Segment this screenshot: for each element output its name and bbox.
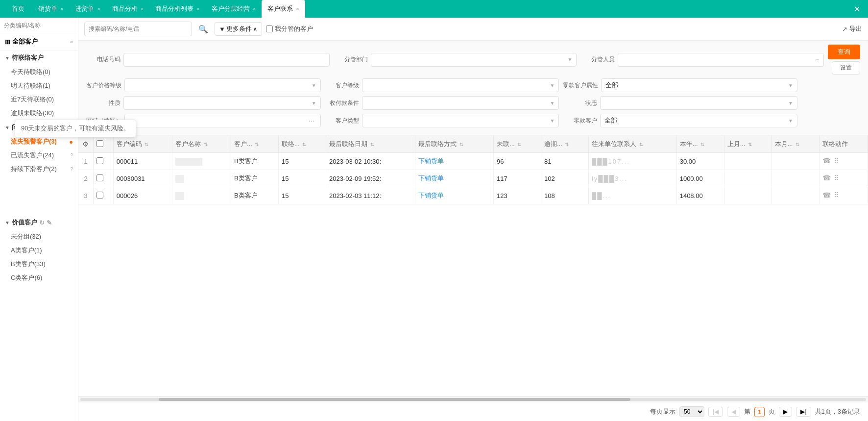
- query-button[interactable]: 查询: [828, 45, 860, 59]
- close-tab-analysis-list[interactable]: ×: [196, 6, 199, 12]
- sidebar-item-class-a[interactable]: A类客户(1): [0, 244, 78, 257]
- row-method[interactable]: 下销货单: [415, 187, 494, 204]
- table-row: 3 000026 ██ B类客户 15 2023-02-03 11:12: 下销…: [78, 187, 868, 204]
- action-more-icon[interactable]: ⠿: [834, 174, 839, 182]
- table-gear-icon[interactable]: ⚙: [82, 140, 89, 148]
- payment-select[interactable]: ▼: [362, 96, 559, 110]
- row-actions[interactable]: ☎ ⠿: [820, 170, 868, 186]
- row-actions[interactable]: ☎ ⠿: [820, 153, 868, 169]
- prev-page-button[interactable]: ◀: [727, 407, 740, 417]
- horizontal-scrollbar[interactable]: [78, 396, 868, 402]
- filter-settings-button[interactable]: 设置: [832, 61, 860, 74]
- customer-level-select[interactable]: ▼: [362, 78, 559, 92]
- col-unlink[interactable]: 未联... ⇅: [494, 136, 541, 153]
- tab-home[interactable]: 首页: [4, 0, 32, 18]
- last-page-button[interactable]: ▶|: [796, 407, 811, 417]
- tab-analysis-list[interactable]: 商品分析列表 ×: [149, 0, 205, 18]
- edit-icon[interactable]: ✎: [47, 219, 52, 226]
- sidebar-item-class-b[interactable]: B类客户(33): [0, 257, 78, 271]
- row-actions[interactable]: ☎ ⠿: [820, 187, 868, 203]
- close-tab-sales[interactable]: ×: [60, 6, 63, 12]
- export-button[interactable]: ↗ 导出: [842, 25, 862, 33]
- data-table: ⚙ 客户编码 ⇅ 客户名称 ⇅: [78, 136, 868, 204]
- tab-customer-contact[interactable]: 客户联系 ×: [262, 0, 305, 18]
- status-chevron-icon: ▼: [788, 100, 793, 106]
- close-tab-analysis[interactable]: ×: [141, 6, 144, 12]
- row-checkbox[interactable]: [93, 187, 113, 204]
- price-level-select[interactable]: ▼: [124, 78, 321, 92]
- first-page-button[interactable]: |◀: [708, 407, 723, 417]
- action-contact-icon[interactable]: ☎: [822, 191, 831, 199]
- category-search-input[interactable]: [4, 22, 77, 29]
- sidebar-item-lost[interactable]: 已流失客户(24) ?: [0, 149, 78, 162]
- action-buttons: 查询 设置: [828, 45, 860, 74]
- row-num: 3: [78, 187, 93, 204]
- col-type[interactable]: 客户... ⇅: [231, 136, 279, 153]
- close-tab-customer-contact[interactable]: ×: [296, 6, 299, 12]
- sidebar-item-unclassified[interactable]: 未分组(32): [0, 230, 78, 244]
- row-year: 1408.00: [676, 187, 724, 204]
- region-select[interactable]: ···: [124, 114, 321, 127]
- col-last-month[interactable]: 上月... ⇅: [724, 136, 772, 153]
- tab-sales[interactable]: 销货单 ×: [32, 0, 69, 18]
- filter-customer-type: 客户类型 ▼: [325, 114, 559, 127]
- row-checkbox[interactable]: [93, 170, 113, 187]
- tab-customer-layer[interactable]: 客户分层经营 ×: [206, 0, 262, 18]
- my-customers-checkbox-area[interactable]: 我分管的客户: [266, 25, 313, 33]
- sidebar-item-7days[interactable]: 近7天待联络(0): [0, 93, 78, 106]
- row-type: B类客户: [231, 170, 279, 187]
- table-checkbox-col[interactable]: [93, 136, 113, 153]
- action-contact-icon[interactable]: ☎: [822, 157, 831, 165]
- sidebar-item-overdue[interactable]: 逾期未联络(30): [0, 106, 78, 120]
- staff-select[interactable]: ···: [618, 53, 824, 67]
- sidebar-item-today[interactable]: 今天待联络(0): [0, 65, 78, 79]
- col-last-method[interactable]: 最后联络方式 ⇅: [415, 136, 494, 153]
- dept-select[interactable]: ▼: [371, 53, 577, 67]
- tab-purchase[interactable]: 进货单 ×: [69, 0, 106, 18]
- sidebar-item-tomorrow[interactable]: 明天待联络(1): [0, 79, 78, 93]
- phone-input[interactable]: [123, 53, 330, 67]
- group-pending-contact-header[interactable]: ▼ 待联络客户: [0, 50, 78, 65]
- main-search-input[interactable]: [84, 22, 192, 36]
- group-value-header[interactable]: ▼ 价值客户 ↻ ✎: [0, 215, 78, 230]
- row-type: B类客户: [231, 153, 279, 170]
- next-page-button[interactable]: ▶: [779, 407, 792, 417]
- filter-phone: 电话号码: [86, 53, 330, 67]
- row-method[interactable]: 下销货单: [415, 170, 494, 187]
- col-code[interactable]: 客户编码 ⇅: [113, 136, 172, 153]
- col-contact-person[interactable]: 往来单位联系人 ⇅: [588, 136, 676, 153]
- collapse-icon[interactable]: «: [70, 39, 73, 45]
- nature-select[interactable]: ▼: [123, 96, 321, 110]
- action-more-icon[interactable]: ⠿: [834, 191, 839, 199]
- col-last-date[interactable]: 最后联络日期 ⇅: [326, 136, 415, 153]
- action-contact-icon[interactable]: ☎: [822, 174, 831, 182]
- all-customers-header[interactable]: ⊞ 全部客户 «: [0, 33, 78, 50]
- zero-customer-select[interactable]: 全部 ▼: [600, 114, 797, 127]
- close-tab-customer-layer[interactable]: ×: [253, 6, 256, 12]
- more-conditions-button[interactable]: ▼ 更多条件 ∧: [215, 22, 262, 36]
- close-tab-purchase[interactable]: ×: [97, 6, 100, 12]
- select-all-checkbox[interactable]: [96, 140, 103, 147]
- refresh-icon[interactable]: ↻: [39, 219, 45, 226]
- main-search-button[interactable]: 🔍: [196, 22, 211, 36]
- col-name[interactable]: 客户名称 ⇅: [172, 136, 231, 153]
- action-more-icon[interactable]: ⠿: [834, 157, 839, 165]
- customer-type-select[interactable]: ▼: [362, 114, 559, 127]
- row-checkbox[interactable]: [93, 153, 113, 170]
- zero-attr-select[interactable]: 全部 ▼: [601, 78, 797, 92]
- sidebar-item-class-c[interactable]: C类客户(6): [0, 271, 78, 285]
- row-method[interactable]: 下销货单: [415, 153, 494, 170]
- close-all-icon[interactable]: ✕: [850, 4, 864, 14]
- status-select[interactable]: ▼: [600, 96, 797, 110]
- tab-analysis[interactable]: 商品分析 ×: [106, 0, 149, 18]
- my-customers-checkbox[interactable]: [266, 25, 273, 32]
- col-this-year[interactable]: 本年... ⇅: [676, 136, 724, 153]
- per-page-select[interactable]: 50 20 100: [679, 406, 704, 417]
- col-this-month[interactable]: 本月... ⇅: [772, 136, 819, 153]
- col-contact-count[interactable]: 联络... ⇅: [278, 136, 326, 153]
- row-code: 00030031: [113, 170, 172, 187]
- col-overdue[interactable]: 逾期... ⇅: [541, 136, 588, 153]
- scroll-thumb[interactable]: [159, 398, 630, 401]
- table-settings-col[interactable]: ⚙: [78, 136, 93, 153]
- sidebar-item-declining[interactable]: 持续下滑客户(2) ?: [0, 162, 78, 176]
